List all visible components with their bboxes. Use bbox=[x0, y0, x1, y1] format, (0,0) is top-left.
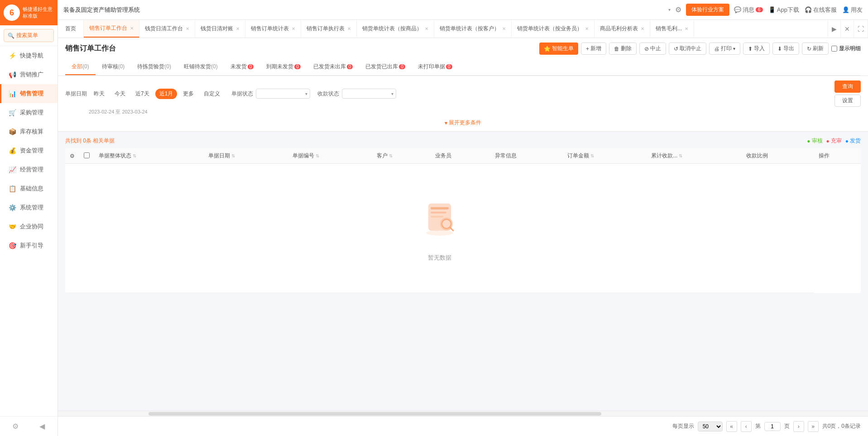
online-service-button[interactable]: 🎧 在线客服 bbox=[805, 6, 837, 14]
custom-date-btn[interactable]: 自定义 bbox=[200, 89, 224, 99]
sidebar-item-kuaijie[interactable]: ⚡ 快捷导航 bbox=[0, 46, 58, 65]
tab-sales-exec[interactable]: 销售订单执行表 ✕ bbox=[301, 20, 357, 38]
tab-close-all-button[interactable]: ✕ bbox=[841, 20, 854, 38]
industry-solution-button[interactable]: 体验行业方案 bbox=[686, 4, 729, 16]
tab-cash-reconcile[interactable]: 钱货日清对账 ✕ bbox=[195, 20, 245, 38]
cancel-stop-button[interactable]: ↺ 取消中止 bbox=[669, 43, 706, 55]
tab-close-icon[interactable]: ✕ bbox=[502, 26, 506, 31]
table-col-amount[interactable]: 订单金额⇅ bbox=[563, 148, 647, 164]
sub-tab-not-printed[interactable]: 未打印单据0 bbox=[412, 59, 459, 75]
trash-icon: 🗑 bbox=[614, 46, 619, 52]
tab-sales-stat-prod[interactable]: 销货单统计表（按商品） ✕ bbox=[357, 20, 434, 38]
sub-tab-pending-inspect[interactable]: 待拣货验货(0) bbox=[131, 59, 177, 75]
sidebar-item-caigou[interactable]: 🛒 采购管理 bbox=[0, 103, 58, 122]
tab-cash-daily[interactable]: 钱货日清工作台 ✕ bbox=[139, 20, 195, 38]
sidebar-collapse-button[interactable]: ◀ bbox=[31, 420, 54, 432]
receipt-status-select[interactable] bbox=[342, 89, 396, 99]
tab-sales-stats[interactable]: 销售订单统计表 ✕ bbox=[245, 20, 301, 38]
table-body: 暂无数据 bbox=[65, 164, 861, 293]
import-button[interactable]: ⬆ 导入 bbox=[743, 43, 770, 55]
tab-sales-stat-cust[interactable]: 销货单统计表（按客户） ✕ bbox=[434, 20, 512, 38]
review-button[interactable]: ● 审核 bbox=[807, 137, 822, 145]
delete-button[interactable]: 🗑 删除 bbox=[609, 43, 637, 55]
last7days-btn[interactable]: 近7天 bbox=[131, 89, 153, 99]
add-button[interactable]: + 新增 bbox=[581, 43, 606, 55]
query-button[interactable]: 查询 bbox=[834, 81, 861, 93]
smart-gen-button[interactable]: ⭐ 智能生单 bbox=[539, 43, 578, 55]
sub-tab-all[interactable]: 全部(0) bbox=[65, 59, 96, 75]
tab-close-icon[interactable]: ✕ bbox=[236, 26, 240, 31]
table-col-collected[interactable]: 累计收款...⇅ bbox=[647, 148, 741, 164]
sidebar-item-yingxiao[interactable]: 📢 营销推广 bbox=[0, 65, 58, 84]
stop-button[interactable]: ⊘ 中止 bbox=[639, 43, 666, 55]
horizontal-scrollbar[interactable] bbox=[58, 411, 868, 416]
select-all-checkbox[interactable] bbox=[84, 152, 90, 158]
sub-tab-overdue-not-shipped[interactable]: 到期未发货0 bbox=[260, 59, 307, 75]
expand-filter-button[interactable]: ▾ 展开更多条件 bbox=[445, 119, 481, 127]
chevron-down-icon: ▾ bbox=[668, 7, 671, 12]
svg-rect-4 bbox=[431, 216, 443, 218]
search-menu-button[interactable]: 🔍 搜索菜单 bbox=[4, 29, 54, 42]
table-col-number[interactable]: 单据编号⇅ bbox=[288, 148, 372, 164]
sidebar-settings-button[interactable]: ⚙ bbox=[4, 420, 27, 432]
status-select[interactable] bbox=[256, 89, 310, 99]
tab-close-icon[interactable]: ✕ bbox=[641, 26, 644, 31]
sub-tab-pending-review[interactable]: 待审核(0) bbox=[96, 59, 131, 75]
tab-close-icon[interactable]: ✕ bbox=[585, 26, 589, 31]
tab-home[interactable]: 首页 bbox=[58, 20, 84, 38]
tab-margin-analysis[interactable]: 商品毛利分析表 ✕ bbox=[595, 20, 650, 38]
more-date-btn[interactable]: 更多 bbox=[179, 89, 198, 99]
sidebar-item-xiaoshou[interactable]: 📊 销售管理 bbox=[0, 84, 58, 103]
tab-close-icon[interactable]: ✕ bbox=[186, 26, 189, 31]
sidebar-item-jingying[interactable]: 📈 经营管理 bbox=[0, 160, 58, 179]
print-button[interactable]: 🖨 打印 ▾ bbox=[709, 43, 740, 55]
export-button[interactable]: ⬇ 导出 bbox=[772, 43, 799, 55]
sidebar-item-xitong[interactable]: ⚙️ 系统管理 bbox=[0, 198, 58, 217]
review-icon: ● bbox=[807, 138, 810, 144]
table-checkbox-col[interactable] bbox=[79, 148, 94, 164]
sub-tab-shipped-out[interactable]: 已发货已出库0 bbox=[359, 59, 412, 75]
revoke-button[interactable]: ● 充审 bbox=[826, 137, 842, 145]
prev-page-button[interactable]: ‹ bbox=[741, 421, 752, 432]
table-settings-col[interactable]: ⚙ bbox=[65, 148, 79, 164]
today-btn[interactable]: 今天 bbox=[110, 89, 129, 99]
sidebar-item-xinshou[interactable]: 🎯 新手引导 bbox=[0, 236, 58, 255]
user-button[interactable]: 👤 用友 bbox=[842, 6, 863, 14]
handshake-icon: 🤝 bbox=[9, 223, 16, 230]
message-button[interactable]: 💬 消息 6 bbox=[734, 6, 763, 14]
refresh-button[interactable]: ↻ 刷新 bbox=[802, 43, 829, 55]
scroll-thumb[interactable] bbox=[149, 412, 601, 416]
page-number-input[interactable] bbox=[764, 422, 781, 431]
tab-close-icon[interactable]: ✕ bbox=[685, 26, 688, 31]
show-detail-label[interactable]: 显示明细 bbox=[831, 45, 861, 52]
last-page-button[interactable]: » bbox=[808, 421, 819, 432]
sub-tab-not-shipped[interactable]: 未发货0 bbox=[224, 59, 260, 75]
sidebar-item-qiye[interactable]: 🤝 企业协同 bbox=[0, 217, 58, 236]
sub-tab-wangpu-ship[interactable]: 旺铺待发货(0) bbox=[177, 59, 224, 75]
filter-setting-button[interactable]: 设置 bbox=[834, 95, 861, 107]
show-detail-checkbox[interactable] bbox=[831, 46, 837, 52]
tab-close-icon[interactable]: ✕ bbox=[130, 26, 134, 31]
tab-sales-stat-staff[interactable]: 销货单统计表（按业务员） ✕ bbox=[512, 20, 595, 38]
tab-expand-button[interactable]: ⛶ bbox=[854, 20, 868, 38]
tab-close-icon[interactable]: ✕ bbox=[425, 26, 428, 31]
last-month-btn[interactable]: 近1月 bbox=[155, 89, 177, 99]
tab-sales-workbench[interactable]: 销售订单工作台 ✕ bbox=[84, 20, 139, 38]
next-page-button[interactable]: › bbox=[793, 421, 804, 432]
tab-scroll-right-button[interactable]: ▶ bbox=[828, 20, 841, 38]
table-col-date[interactable]: 单据日期⇅ bbox=[204, 148, 288, 164]
tab-sales-more[interactable]: 销售毛利... ✕ bbox=[650, 20, 694, 38]
first-page-button[interactable]: « bbox=[726, 421, 737, 432]
per-page-select[interactable]: 50 100 200 bbox=[698, 422, 723, 431]
tab-close-icon[interactable]: ✕ bbox=[347, 26, 351, 31]
ship-button[interactable]: ● 发货 bbox=[845, 137, 861, 145]
sidebar-item-jichu[interactable]: 📋 基础信息 bbox=[0, 179, 58, 198]
sub-tab-shipped-not-out[interactable]: 已发货未出库0 bbox=[307, 59, 360, 75]
tab-close-icon[interactable]: ✕ bbox=[292, 26, 295, 31]
app-download-button[interactable]: 📱 App下载 bbox=[768, 6, 799, 14]
sidebar-item-kucun[interactable]: 📦 库存核算 bbox=[0, 122, 58, 141]
table-col-customer[interactable]: 客户⇅ bbox=[372, 148, 431, 164]
yesterday-btn[interactable]: 昨天 bbox=[90, 89, 109, 99]
gear-icon[interactable]: ⚙ bbox=[675, 5, 681, 14]
sidebar-item-zijin[interactable]: 💰 资金管理 bbox=[0, 141, 58, 160]
